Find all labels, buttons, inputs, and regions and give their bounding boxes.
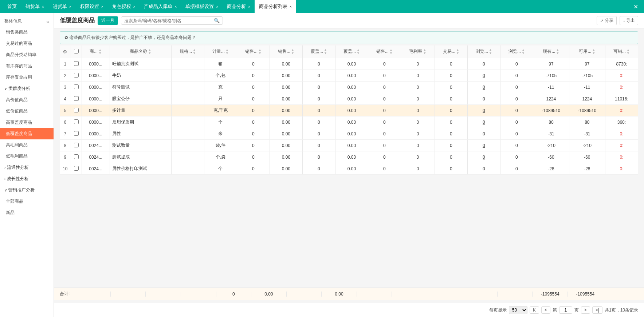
prev-page-button[interactable]: < — [541, 306, 550, 314]
row-checkbox[interactable] — [74, 84, 79, 89]
row-gross-margin: 0 — [401, 128, 435, 140]
close-icon[interactable]: × — [174, 5, 177, 9]
row-sales-amt: 0.00 — [270, 58, 302, 70]
row-browse1[interactable]: 0 — [467, 116, 500, 128]
saleable-column-header[interactable]: 可销...▲▼ — [605, 45, 638, 58]
sidebar-item-inventory-goods[interactable]: 有库存的商品 — [0, 60, 54, 72]
row-checkbox[interactable] — [74, 154, 79, 159]
spec-column-header[interactable]: 规格...▲▼ — [172, 45, 204, 58]
sidebar-item-low-value[interactable]: 低价值商品 — [0, 106, 54, 117]
sidebar-item-traded-goods[interactable]: 交易过的商品 — [0, 38, 54, 49]
coverage1-column-header[interactable]: 覆盖...▲▼ — [302, 45, 335, 58]
footer-total-available: -1095554 — [568, 292, 603, 297]
row-checkbox[interactable] — [74, 61, 79, 66]
row-checkbox[interactable] — [74, 108, 79, 112]
sales-num-column-header[interactable]: 销售...▲▼ — [368, 45, 401, 58]
row-browse1[interactable]: 0 — [467, 163, 500, 175]
row-browse1[interactable]: 0 — [467, 58, 500, 70]
unit-column-header[interactable]: 计量...▲▼ — [204, 45, 237, 58]
sidebar-item-high-value[interactable]: 高价值商品 — [0, 94, 54, 106]
sidebar-item-low-margin[interactable]: 低毛利商品 — [0, 151, 54, 162]
sidebar-item-capital-usage[interactable]: 库存资金占用 — [0, 72, 54, 83]
row-browse1[interactable]: 0 — [467, 93, 500, 105]
period-button[interactable]: 近一月 — [98, 16, 118, 25]
sidebar-item-category-turnover[interactable]: 商品分类动销率 — [0, 49, 54, 60]
sidebar-item-all-goods[interactable]: 全部商品 — [0, 196, 54, 207]
gross-margin-column-header[interactable]: 毛利率▲▼ — [401, 45, 435, 58]
nav-tab-analysis-list[interactable]: 商品分析列表 × — [255, 0, 296, 13]
row-number: 7 — [60, 128, 71, 140]
sidebar-item-new-goods[interactable]: 新品 — [0, 207, 54, 218]
row-browse1[interactable]: 0 — [467, 140, 500, 151]
row-browse1[interactable]: 0 — [467, 70, 500, 82]
row-number: 3 — [60, 82, 71, 93]
nav-tab-purchase[interactable]: 进货单 × — [48, 0, 76, 13]
nav-tab-permissions[interactable]: 权限设置 × — [76, 0, 108, 13]
browse1-column-header[interactable]: 浏览...▲▼ — [467, 45, 500, 58]
sidebar-item-high-margin[interactable]: 高毛利商品 — [0, 139, 54, 151]
close-icon[interactable]: × — [101, 5, 103, 9]
name-column-header[interactable]: 商品名称▲▼ — [110, 45, 171, 58]
sales-amt-column-header[interactable]: 销售...▲▼ — [270, 45, 302, 58]
code-column-header[interactable]: 商...▲▼ — [82, 45, 110, 58]
close-icon[interactable]: × — [69, 5, 71, 9]
page-number-input[interactable] — [559, 306, 572, 314]
nav-tab-analysis[interactable]: 商品分析 × — [223, 0, 255, 13]
nav-tab-inventory[interactable]: 产成品入库单 × — [140, 0, 181, 13]
next-page-button[interactable]: > — [581, 306, 590, 314]
browse2-column-header[interactable]: 浏览...▲▼ — [500, 45, 533, 58]
coverage2-column-header[interactable]: 覆盖...▲▼ — [335, 45, 368, 58]
row-checkbox[interactable] — [74, 143, 79, 147]
search-input[interactable] — [124, 18, 212, 23]
first-page-button[interactable]: K — [530, 306, 539, 314]
nav-tab-template[interactable]: 单据模板设置 × — [181, 0, 223, 13]
sidebar-group-growth[interactable]: › 成长性分析 — [0, 173, 54, 185]
sidebar-group-marketing[interactable]: ∨ 营销推广分析 — [0, 185, 54, 196]
nav-tab-home[interactable]: 首页 — [3, 0, 21, 13]
row-checkbox[interactable] — [74, 73, 79, 78]
sidebar-group-liquidity[interactable]: › 流通性分析 — [0, 162, 54, 173]
nav-tab-roles[interactable]: 角色授权 × — [108, 0, 140, 13]
sidebar-collapse-button[interactable]: « — [46, 19, 49, 24]
row-gross-margin: 0 — [401, 58, 435, 70]
row-checkbox[interactable] — [74, 131, 79, 136]
transaction-column-header[interactable]: 交易...▲▼ — [435, 45, 467, 58]
export-button[interactable]: ↓ 导出 — [620, 16, 638, 25]
current-stock-column-header[interactable]: 现有...▲▼ — [533, 45, 569, 58]
row-browse1[interactable]: 0 — [467, 151, 500, 163]
last-page-button[interactable]: >| — [592, 306, 602, 314]
row-sales-qty: 0 — [237, 140, 270, 151]
row-checkbox[interactable] — [74, 166, 79, 171]
row-browse1[interactable]: 0 — [467, 105, 500, 116]
page-size-select[interactable]: 50 100 200 — [509, 306, 527, 314]
row-browse2: 0 — [500, 163, 533, 175]
row-number: 2 — [60, 70, 71, 82]
horizontal-scrollbar[interactable] — [54, 300, 644, 303]
available-column-header[interactable]: 可用...▲▼ — [569, 45, 605, 58]
nav-tab-sales[interactable]: 销货单 × — [21, 0, 48, 13]
close-icon[interactable]: × — [216, 5, 218, 9]
sidebar-group-type-analysis[interactable]: ∨ 类群度分析 — [0, 83, 54, 94]
row-browse1[interactable]: 0 — [467, 128, 500, 140]
close-icon[interactable]: × — [290, 5, 292, 9]
sidebar-item-sales-goods[interactable]: 销售类商品 — [0, 27, 54, 38]
row-gross-margin: 0 — [401, 82, 435, 93]
close-icon[interactable]: × — [248, 5, 250, 9]
sales-qty-column-header[interactable]: 销售...▲▼ — [237, 45, 270, 58]
footer-total-sales-qty: 0 — [216, 292, 252, 297]
close-icon[interactable]: × — [42, 5, 44, 9]
row-sales-amt: 0.00 — [270, 151, 302, 163]
window-close-button[interactable]: ✕ — [631, 3, 641, 10]
row-checkbox[interactable] — [74, 119, 79, 124]
table-container[interactable]: ⚙ 商...▲▼ 商品名称▲▼ 规格...▲▼ 计量...▲▼ 销售...▲▼ … — [54, 45, 644, 288]
share-button[interactable]: ↗ 分享 — [597, 16, 617, 25]
row-code: 0000... — [82, 128, 110, 140]
sidebar-item-low-coverage[interactable]: 低覆盖度商品 — [0, 128, 54, 139]
sidebar-item-high-coverage[interactable]: 高覆盖度商品 — [0, 117, 54, 128]
row-checkbox[interactable] — [74, 96, 79, 101]
settings-column-header[interactable]: ⚙ — [60, 45, 71, 58]
select-all-checkbox[interactable] — [74, 49, 79, 54]
row-sales-amt: 0.00 — [270, 140, 302, 151]
row-browse1[interactable]: 0 — [467, 82, 500, 93]
close-icon[interactable]: × — [133, 5, 136, 9]
